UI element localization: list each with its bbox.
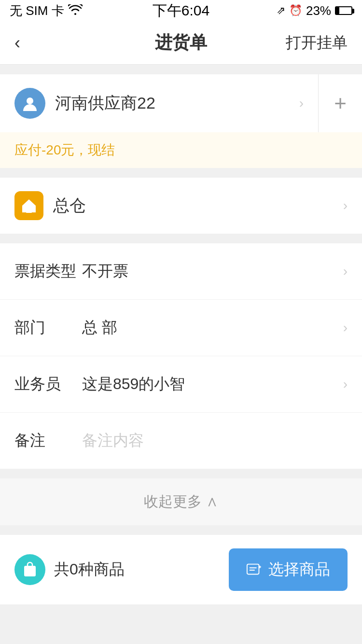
svg-rect-1 <box>26 208 32 213</box>
nav-bar: ‹ 进货单 打开挂单 <box>0 21 362 65</box>
shopping-bag-icon <box>21 561 39 578</box>
salesperson-row[interactable]: 业务员 这是859的小智 › <box>0 356 362 413</box>
status-bar: 无 SIM 卡 下午6:04 ⇗ ⏰ 23% <box>0 0 362 21</box>
status-right: ⇗ ⏰ 23% <box>277 3 352 18</box>
supplier-avatar <box>14 88 45 119</box>
bottom-bar: 共0种商品 选择商品 <box>0 535 362 604</box>
svg-rect-2 <box>24 566 36 576</box>
open-pending-button[interactable]: 打开挂单 <box>286 32 348 54</box>
page-rest <box>0 604 362 644</box>
department-chevron: › <box>343 320 348 336</box>
remarks-label: 备注 <box>14 430 82 451</box>
supplier-name: 河南供应商22 <box>55 92 294 114</box>
back-button[interactable]: ‹ <box>14 33 20 53</box>
notice-banner: 应付-20元，现结 <box>0 132 362 168</box>
status-left: 无 SIM 卡 <box>10 2 83 19</box>
svg-point-0 <box>27 98 33 104</box>
collapse-button[interactable]: 收起更多 ∧ <box>0 478 362 525</box>
salesperson-label: 业务员 <box>14 374 82 395</box>
section-gap-1 <box>0 65 362 74</box>
carrier-label: 无 SIM 卡 <box>10 2 64 19</box>
remarks-placeholder: 备注内容 <box>82 430 348 451</box>
status-time: 下午6:04 <box>153 1 209 21</box>
department-label: 部门 <box>14 317 82 338</box>
supplier-section: 河南供应商22 › + <box>0 74 362 132</box>
person-icon <box>21 95 39 112</box>
svg-rect-3 <box>247 564 259 574</box>
warehouse-name: 总仓 <box>53 195 338 217</box>
home-icon <box>21 197 37 214</box>
warehouse-chevron-icon: › <box>343 198 348 213</box>
location-icon: ⇗ <box>277 4 285 17</box>
department-value: 总 部 <box>82 317 338 338</box>
notice-text: 应付-20元，现结 <box>14 142 115 157</box>
form-section: 票据类型 不开票 › 部门 总 部 › 业务员 这是859的小智 › 备注 备注… <box>0 243 362 469</box>
alarm-icon: ⏰ <box>289 4 302 17</box>
warehouse-icon <box>14 191 43 220</box>
battery-icon <box>335 6 352 15</box>
invoice-type-chevron: › <box>343 264 348 279</box>
invoice-type-value: 不开票 <box>82 261 338 282</box>
product-count-wrap: 共0种商品 <box>14 554 125 585</box>
product-count-text: 共0种商品 <box>54 559 125 580</box>
remarks-row[interactable]: 备注 备注内容 <box>0 413 362 469</box>
select-product-label: 选择商品 <box>268 559 330 580</box>
department-row[interactable]: 部门 总 部 › <box>0 300 362 356</box>
collapse-label: 收起更多 ∧ <box>144 492 218 512</box>
select-product-button[interactable]: 选择商品 <box>229 548 348 591</box>
salesperson-chevron: › <box>343 377 348 392</box>
chevron-right-icon: › <box>299 96 304 111</box>
battery-text: 23% <box>306 3 331 18</box>
supplier-selector[interactable]: 河南供应商22 › <box>0 74 319 132</box>
add-supplier-button[interactable]: + <box>319 74 362 132</box>
salesperson-value: 这是859的小智 <box>82 374 338 395</box>
product-bag-icon <box>14 554 45 585</box>
add-product-icon <box>246 561 263 578</box>
warehouse-selector[interactable]: 总仓 › <box>0 178 362 234</box>
invoice-type-label: 票据类型 <box>14 261 82 282</box>
invoice-type-row[interactable]: 票据类型 不开票 › <box>0 243 362 300</box>
wifi-icon <box>68 3 83 18</box>
page-title: 进货单 <box>155 31 207 55</box>
